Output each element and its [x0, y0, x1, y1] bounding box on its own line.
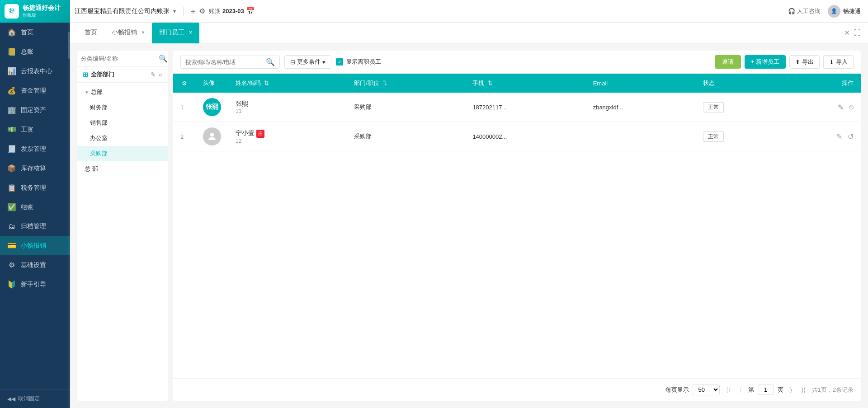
sidebar-item-assets[interactable]: 🏢 固定资产 — [0, 100, 70, 120]
col-actions: 操作 — [783, 74, 861, 93]
emp-name: 宁小壹应 — [236, 129, 340, 138]
settings-btn[interactable]: ⚙ — [199, 7, 205, 15]
sidebar-item-inventory[interactable]: 📦 库存核算 — [0, 159, 70, 178]
page-number-input[interactable] — [758, 385, 774, 395]
dept-search-input[interactable] — [81, 55, 157, 62]
col-settings[interactable]: ⚙ — [173, 74, 196, 93]
sidebar-label-assets: 固定资产 — [21, 106, 46, 114]
sidebar-item-settings[interactable]: ⚙ 基础设置 — [0, 255, 70, 275]
invite-btn[interactable]: 邀请 — [715, 55, 741, 69]
filter-icon: ⊟ — [290, 59, 295, 66]
support-label: 人工咨询 — [797, 7, 821, 15]
tab-expense-close[interactable]: × — [140, 29, 145, 36]
table-header-row: ⚙ 头像 姓名/编码 ⇅ 部门/职位 ⇅ — [173, 74, 861, 93]
filter-arrow-icon: ▾ — [322, 59, 326, 66]
assets-icon: 🏢 — [7, 106, 16, 114]
funds-icon: 💰 — [7, 86, 16, 95]
tab-close-btn[interactable]: ✕ — [844, 28, 850, 37]
sidebar-item-archive[interactable]: 🗂 归档管理 — [0, 217, 70, 236]
employee-search-input[interactable] — [185, 59, 263, 66]
delete-employee-btn[interactable]: ↺ — [848, 132, 854, 141]
tab-dept-employee-close[interactable]: × — [187, 29, 192, 36]
next-page-btn[interactable]: ⟩ — [787, 385, 795, 394]
edit-employee-btn[interactable]: ✎ — [838, 103, 844, 112]
dept-node-office[interactable]: 办公室 — [77, 131, 168, 146]
cancel-fixed-btn[interactable]: ◀◀ 取消固定 — [0, 389, 70, 408]
support-btn[interactable]: 🎧 人工咨询 — [788, 7, 821, 15]
row-avatar: 张熙 — [196, 93, 228, 122]
col-status: 状态 — [696, 74, 783, 93]
all-dept-label: 全部部门 — [91, 70, 114, 79]
filter-btn[interactable]: ⊟ 更多条件 ▾ — [284, 55, 331, 69]
dept-search-icon[interactable]: 🔍 — [159, 54, 168, 63]
sidebar-item-reports[interactable]: 📊 云报表中心 — [0, 61, 70, 81]
dept-node-purchase[interactable]: 采购部 — [77, 146, 168, 161]
dept-node-sales[interactable]: 销售部 — [77, 115, 168, 131]
sort-name-icon: ⇅ — [264, 80, 269, 86]
filter-label: 更多条件 — [297, 58, 321, 66]
employee-search-icon[interactable]: 🔍 — [266, 58, 275, 66]
page-content: 🔍 ⊞ 全部部门 ✎ « ▼ 总部 财务部 — [70, 43, 868, 408]
sidebar-item-ledger[interactable]: 📒 总账 — [0, 42, 70, 61]
tab-home[interactable]: 首页 — [77, 23, 104, 43]
tab-expand-btn[interactable]: ⛶ — [854, 28, 861, 37]
sidebar-item-funds[interactable]: 💰 资金管理 — [0, 81, 70, 100]
sidebar-item-invoice[interactable]: 🧾 发票管理 — [0, 139, 70, 159]
top-header: 好 畅捷通好会计 旗舰版 江西服宝精品有限责任公司内账张 ▾ ＋ ⚙ 账期 20… — [0, 0, 868, 23]
show-resigned-label: 显示离职员工 — [346, 58, 381, 66]
period-value: 2023-03 — [222, 8, 244, 14]
export-btn[interactable]: ⬆ 导出 — [789, 55, 820, 69]
row-avatar — [196, 122, 228, 151]
edit-employee-btn[interactable]: ✎ — [836, 132, 842, 141]
emp-code: 12 — [236, 138, 340, 144]
sidebar-label-inventory: 库存核算 — [21, 164, 46, 173]
sidebar-scrollbar[interactable] — [68, 23, 70, 408]
emp-tag-badge: 应 — [256, 130, 264, 138]
company-dropdown-btn[interactable]: ▾ — [171, 6, 178, 16]
calendar-icon[interactable]: 📅 — [246, 7, 255, 15]
col-mobile[interactable]: 手机 ⇅ — [465, 74, 585, 93]
col-name-code[interactable]: 姓名/编码 ⇅ — [228, 74, 347, 93]
sidebar-item-salary[interactable]: 💵 工资 — [0, 120, 70, 139]
dept-edit-btn[interactable]: ✎ — [151, 71, 156, 78]
salary-icon: 💵 — [7, 125, 16, 134]
settings-icon: ⚙ — [7, 261, 16, 269]
main-layout: 🏠 首页 📒 总账 📊 云报表中心 💰 资金管理 🏢 固定资产 💵 工资 🧾 发… — [0, 23, 868, 408]
row-email — [586, 122, 696, 151]
sidebar-label-checkout: 结账 — [21, 203, 33, 211]
last-page-btn[interactable]: ⟩⟩ — [798, 385, 808, 394]
tab-dept-employee[interactable]: 部门员工 × — [152, 23, 199, 43]
dept-node-zongbu[interactable]: 总 部 — [77, 161, 168, 177]
sidebar-item-home[interactable]: 🏠 首页 — [0, 23, 70, 42]
prev-page-btn[interactable]: ⟨ — [737, 385, 745, 394]
arrow-down-icon: ▼ — [85, 90, 89, 95]
page-size-select[interactable]: 50 10 20 100 — [693, 384, 720, 395]
header-divider — [183, 7, 184, 16]
user-area[interactable]: 👤 畅捷通 — [828, 5, 861, 18]
sidebar-item-tax[interactable]: 📋 税务管理 — [0, 178, 70, 197]
dept-node-finance[interactable]: 财务部 — [77, 100, 168, 115]
svg-point-0 — [210, 133, 214, 136]
dept-zongbu-parent-label: 总部 — [91, 88, 103, 96]
add-employee-btn[interactable]: + 新增员工 — [745, 55, 786, 69]
col-email: Email — [586, 74, 696, 93]
tab-expense[interactable]: 小畅报销 × — [104, 23, 152, 43]
total-text: 共1页，2条记录 — [812, 386, 854, 394]
sidebar-item-checkout[interactable]: ✅ 结账 — [0, 197, 70, 217]
period-label: 账期 — [209, 7, 221, 15]
sidebar-item-guide[interactable]: 🔰 新手引导 — [0, 275, 70, 294]
logout-employee-btn[interactable]: ⎋ — [849, 103, 854, 112]
add-btn[interactable]: ＋ — [189, 6, 197, 17]
row-name-code: 张熙11 — [228, 93, 347, 122]
row-mobile: 187202117... — [465, 93, 585, 122]
dept-collapse-btn[interactable]: « — [159, 71, 162, 78]
show-resigned-checkbox[interactable]: ✓ — [336, 58, 343, 66]
first-page-btn[interactable]: ⟨⟨ — [723, 385, 733, 394]
export-icon: ⬆ — [795, 59, 800, 66]
sidebar-item-expense[interactable]: 💳 小畅报销 — [0, 236, 70, 255]
show-resigned[interactable]: ✓ 显示离职员工 — [336, 58, 381, 66]
dept-node-zongbu-parent[interactable]: ▼ 总部 — [77, 84, 168, 100]
user-avatar: 👤 — [828, 5, 840, 18]
import-btn[interactable]: ⬇ 导入 — [823, 55, 854, 69]
col-dept-position[interactable]: 部门/职位 ⇅ — [347, 74, 465, 93]
